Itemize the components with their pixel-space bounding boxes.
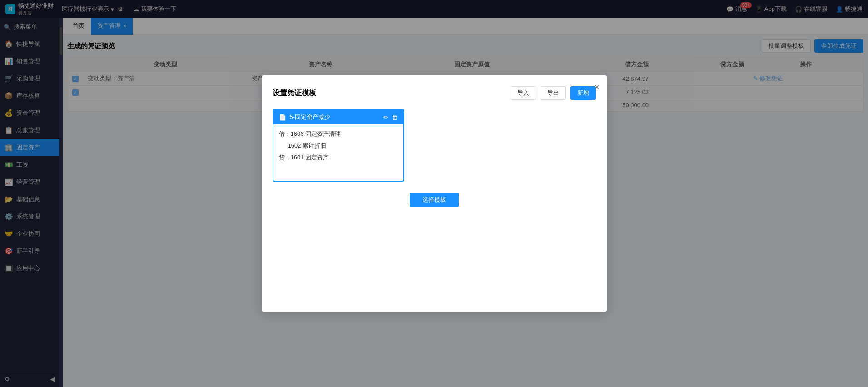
- modal-title: 设置凭证模板: [273, 89, 316, 98]
- template-card-title: 5-固定资产减少: [290, 113, 331, 121]
- template-card: 📄 5-固定资产减少 ✏ 🗑 借：1606 固定资产清理: [273, 109, 404, 182]
- modal-actions: 导入 导出 新增: [511, 86, 596, 100]
- content-area: 首页 资产管理 × 生成的凭证预览 批量调整模板 全部生成凭证: [63, 18, 868, 387]
- template-card-header-actions: ✏ 🗑: [383, 114, 398, 121]
- select-template-btn[interactable]: 选择模板: [410, 193, 459, 207]
- modal-close-btn[interactable]: ×: [595, 83, 600, 92]
- export-btn[interactable]: 导出: [541, 86, 566, 100]
- template-card-header: 📄 5-固定资产减少 ✏ 🗑: [273, 110, 403, 124]
- modal-overlay: 设置凭证模板 导入 导出 新增 × 📄 5-固定资产减少: [63, 35, 868, 387]
- import-btn[interactable]: 导入: [511, 86, 536, 100]
- edit-template-icon[interactable]: ✏: [383, 114, 388, 121]
- delete-template-icon[interactable]: 🗑: [392, 114, 398, 121]
- template-card-body: 借：1606 固定资产清理 1602 累计折旧 贷：1601 固定资产: [273, 124, 403, 167]
- template-entry: 1602 累计折旧: [279, 140, 398, 152]
- new-template-btn[interactable]: 新增: [570, 86, 596, 100]
- page-content: 生成的凭证预览 批量调整模板 全部生成凭证 变动类型 资产名称 固定资产原值: [63, 35, 868, 387]
- template-entry: 借：1606 固定资产清理: [279, 128, 398, 140]
- template-card-icon: 📄: [279, 114, 286, 121]
- template-entry: 贷：1601 固定资产: [279, 152, 398, 164]
- modal-set-template: 设置凭证模板 导入 导出 新增 × 📄 5-固定资产减少: [262, 75, 607, 312]
- modal-header: 设置凭证模板 导入 导出 新增: [273, 86, 596, 100]
- template-card-footer: [273, 167, 403, 181]
